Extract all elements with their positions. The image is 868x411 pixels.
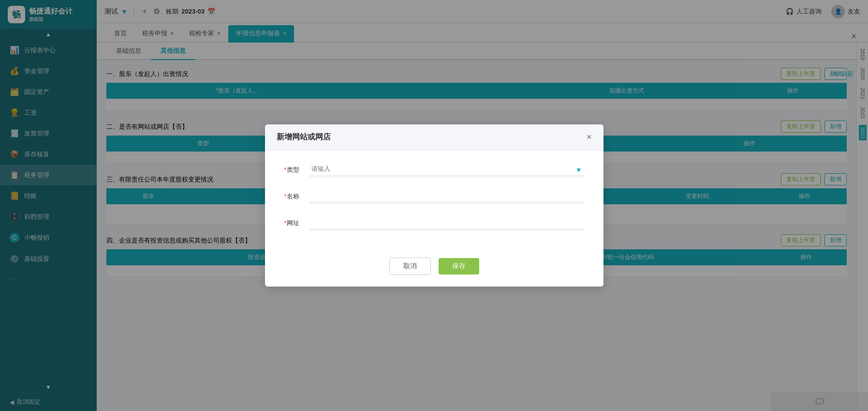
name-label: *名称 — [284, 192, 304, 201]
input-underline — [309, 177, 584, 177]
modal-body: *类型 ▼ *名称 *网 — [265, 151, 603, 250]
url-label: *网址 — [284, 219, 304, 228]
modal-add-website: 新增网站或网店 × *类型 ▼ *名称 — [265, 124, 603, 287]
type-label: *类型 — [284, 166, 304, 174]
cancel-button[interactable]: 取消 — [389, 258, 431, 275]
modal-header: 新增网站或网店 × — [265, 124, 603, 151]
url-input[interactable] — [309, 215, 584, 229]
input-underline-url — [309, 230, 584, 230]
name-req: * — [284, 193, 287, 200]
input-underline-name — [309, 203, 584, 204]
modal-footer: 取消 保存 — [265, 250, 603, 287]
type-input[interactable] — [309, 162, 584, 176]
url-input-wrap — [309, 215, 584, 230]
form-row-type: *类型 ▼ — [284, 162, 584, 177]
modal-title: 新增网站或网店 — [277, 132, 331, 142]
form-row-name: *名称 — [284, 189, 584, 204]
modal-overlay: 新增网站或网店 × *类型 ▼ *名称 — [0, 0, 868, 411]
name-input-wrap — [309, 189, 584, 204]
name-input[interactable] — [309, 189, 584, 202]
type-input-wrap: ▼ — [309, 162, 584, 177]
url-req: * — [284, 219, 287, 227]
save-button[interactable]: 保存 — [439, 258, 479, 274]
modal-close-btn[interactable]: × — [587, 132, 592, 142]
type-req: * — [284, 166, 287, 173]
form-row-url: *网址 — [284, 215, 584, 230]
